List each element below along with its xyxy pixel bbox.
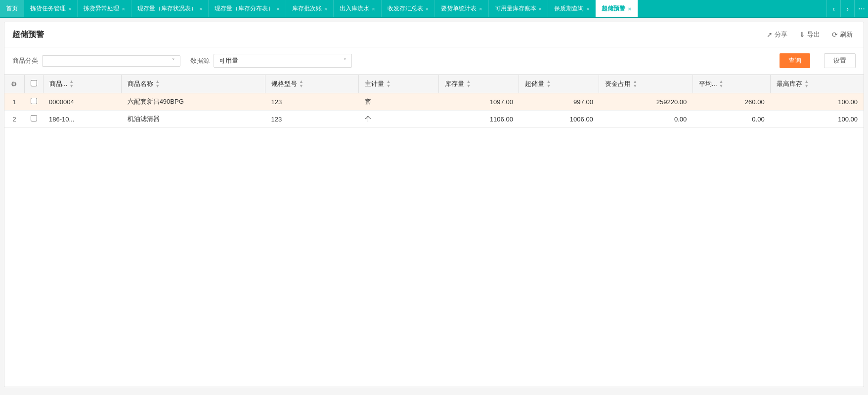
sort-arrows-capital: ▲▼ [633, 79, 637, 88]
filter-datasource: 数据源 可用量 ˅ [190, 54, 352, 68]
share-icon: ➚ [767, 31, 773, 39]
th-spec[interactable]: 规格型号 ▲▼ [265, 75, 359, 93]
datasource-select[interactable]: 可用量 ˅ [214, 54, 352, 68]
cell-capital: 259220.00 [599, 93, 693, 111]
close-icon[interactable]: × [539, 6, 542, 12]
row-num: 2 [4, 111, 24, 128]
cell-product-code: 0000004 [43, 93, 122, 111]
table-row: 1 0000004 六配套新昌490BPG 123 套 1097.00 997.… [4, 93, 864, 111]
close-icon[interactable]: × [586, 6, 589, 12]
datasource-select-value: 可用量 [219, 56, 238, 65]
row-checkbox[interactable] [31, 115, 37, 121]
page-title: 超储预警 [12, 30, 44, 40]
sort-arrows-spec: ▲▼ [299, 79, 304, 88]
cell-product-name: 六配套新昌490BPG [122, 93, 265, 111]
nav-item-collect-summary[interactable]: 收发存汇总表 × [382, 0, 435, 17]
chevron-down-icon: ˅ [344, 58, 347, 64]
nav-arrow-more[interactable]: ⋯ [854, 0, 868, 17]
table-header-row: ⚙ 商品... ▲▼ 商品名称 ▲▼ [4, 75, 864, 93]
nav-item-over-storage[interactable]: 超储预警 × [596, 0, 637, 17]
data-table: ⚙ 商品... ▲▼ 商品名称 ▲▼ [4, 75, 864, 128]
th-unit[interactable]: 主计量 ▲▼ [359, 75, 439, 93]
sort-arrows-max-stock: ▲▼ [804, 79, 809, 88]
sort-arrows-product-name: ▲▼ [155, 79, 160, 88]
close-icon[interactable]: × [324, 6, 327, 12]
nav-item-quality-check[interactable]: 保质期查询 × [548, 0, 596, 17]
page-header: 超储预警 ➚ 分享 ⇓ 导出 ⟳ 刷新 [4, 22, 864, 47]
cell-max-stock: 100.00 [771, 111, 864, 128]
category-label: 商品分类 [12, 56, 38, 65]
settings-button[interactable]: 设置 [824, 53, 856, 68]
row-num: 1 [4, 93, 24, 111]
filter-bar: 商品分类 ˅ 数据源 可用量 ˅ 查询 设置 [4, 47, 864, 75]
refresh-button[interactable]: ⟳ 刷新 [829, 28, 856, 41]
close-icon[interactable]: × [199, 6, 202, 12]
table-row: 2 186-10... 机油滤清器 123 个 1106.00 1006.00 … [4, 111, 864, 128]
th-checkbox [24, 75, 43, 93]
nav-arrow-left[interactable]: ‹ [826, 0, 840, 17]
cell-product-name: 机油滤清器 [122, 111, 265, 128]
cell-stock: 1097.00 [439, 93, 519, 111]
chevron-down-icon: ˅ [172, 58, 175, 64]
cell-spec: 123 [265, 93, 359, 111]
cell-over-stock: 1006.00 [519, 111, 599, 128]
close-icon[interactable]: × [426, 6, 429, 12]
th-max-stock[interactable]: 最高库存 ▲▼ [771, 75, 864, 93]
cell-unit: 套 [359, 93, 439, 111]
table-body: 1 0000004 六配套新昌490BPG 123 套 1097.00 997.… [4, 93, 864, 128]
sort-arrows-unit: ▲▼ [386, 79, 391, 88]
nav-item-inout-flow[interactable]: 出入库流水 × [334, 0, 381, 17]
nav-item-available-account[interactable]: 可用量库存账本 × [489, 0, 548, 17]
th-capital[interactable]: 资金占用 ▲▼ [599, 75, 693, 93]
page-container: 超储预警 ➚ 分享 ⇓ 导出 ⟳ 刷新 商品分类 ˅ 数据源 [4, 22, 864, 387]
cell-avg: 260.00 [693, 93, 770, 111]
datasource-label: 数据源 [190, 56, 210, 65]
th-product-code[interactable]: 商品... ▲▼ [43, 75, 122, 93]
sort-arrows-avg: ▲▼ [719, 79, 724, 88]
nav-item-inventory-dist[interactable]: 现存量（库存分布表） × [209, 0, 286, 17]
nav-arrow-right[interactable]: › [840, 0, 854, 17]
row-checkbox[interactable] [31, 98, 37, 104]
filter-category: 商品分类 ˅ [12, 55, 180, 67]
row-checkbox-cell [24, 111, 43, 128]
share-button[interactable]: ➚ 分享 [764, 28, 790, 41]
select-all-checkbox[interactable] [31, 80, 37, 86]
nav-arrows: ‹ › ⋯ [826, 0, 868, 17]
close-icon[interactable]: × [372, 6, 375, 12]
export-button[interactable]: ⇓ 导出 [796, 28, 823, 41]
nav-item-batch-account[interactable]: 库存批次账 × [286, 0, 334, 17]
nav-item-abnormal[interactable]: 拣货异常处理 × [78, 0, 131, 17]
close-icon[interactable]: × [68, 6, 71, 12]
th-product-name[interactable]: 商品名称 ▲▼ [122, 75, 265, 93]
sort-arrows-product-code: ▲▼ [69, 79, 74, 88]
cell-spec: 123 [265, 111, 359, 128]
gear-icon[interactable]: ⚙ [11, 80, 17, 88]
table-container: ⚙ 商品... ▲▼ 商品名称 ▲▼ [4, 75, 864, 128]
th-avg[interactable]: 平均... ▲▼ [693, 75, 770, 93]
cell-product-code: 186-10... [43, 111, 122, 128]
nav-item-home[interactable]: 首页 [0, 0, 24, 17]
close-icon[interactable]: × [479, 6, 482, 12]
query-button[interactable]: 查询 [780, 53, 810, 68]
nav-item-inventory-status[interactable]: 现存量（库存状况表） × [131, 0, 209, 17]
close-icon[interactable]: × [276, 6, 279, 12]
th-settings[interactable]: ⚙ [4, 75, 24, 93]
th-over-stock[interactable]: 超储量 ▲▼ [519, 75, 599, 93]
top-navigation: 首页 拣货任务管理 × 拣货异常处理 × 现存量（库存状况表） × 现存量（库存… [0, 0, 868, 18]
row-checkbox-cell [24, 93, 43, 111]
refresh-icon: ⟳ [832, 31, 838, 39]
close-icon[interactable]: × [122, 6, 125, 12]
cell-unit: 个 [359, 111, 439, 128]
sort-arrows-over-stock: ▲▼ [546, 79, 551, 88]
nav-item-order-stats[interactable]: 要货单统计表 × [435, 0, 488, 17]
cell-avg: 0.00 [693, 111, 770, 128]
sort-arrows-stock: ▲▼ [466, 79, 471, 88]
nav-item-task-mgmt[interactable]: 拣货任务管理 × [24, 0, 78, 17]
cell-stock: 1106.00 [439, 111, 519, 128]
category-select[interactable]: ˅ [42, 55, 180, 67]
close-icon[interactable]: × [628, 6, 631, 12]
cell-over-stock: 997.00 [519, 93, 599, 111]
th-stock[interactable]: 库存量 ▲▼ [439, 75, 519, 93]
cell-max-stock: 100.00 [771, 93, 864, 111]
export-icon: ⇓ [799, 31, 805, 39]
